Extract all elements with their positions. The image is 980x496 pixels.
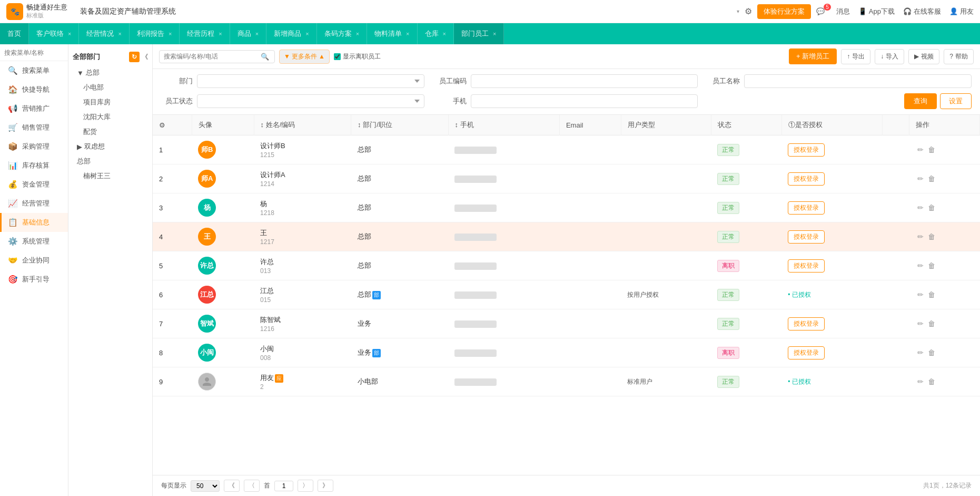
edit-btn-8[interactable]: ✏ — [915, 376, 926, 387]
col-phone[interactable]: ↕ 手机 — [448, 115, 559, 135]
tab-barcode[interactable]: 条码方案 × — [317, 23, 367, 44]
sidebar-search-input[interactable] — [4, 49, 68, 56]
sidebar-item-marketing[interactable]: 📢 营销推广 — [0, 99, 68, 118]
message-btn[interactable]: 💬 5 消息 — [816, 7, 850, 16]
tab-add-goods-close[interactable]: × — [305, 31, 309, 37]
auth-btn-2[interactable]: 授权登录 — [788, 201, 825, 215]
tab-dept-emp-close[interactable]: × — [493, 31, 496, 37]
set-btn[interactable]: 设置 — [940, 93, 972, 109]
edit-btn-6[interactable]: ✏ — [915, 318, 926, 329]
tab-customer-close[interactable]: × — [68, 31, 71, 37]
dept-item-nan[interactable]: 楠树王三 — [68, 169, 152, 183]
filter-phone-input[interactable] — [471, 94, 698, 108]
query-btn[interactable]: 查询 — [904, 93, 937, 109]
auth-btn-1[interactable]: 授权登录 — [788, 172, 825, 186]
online-service-btn[interactable]: 🎧 在线客服 — [903, 7, 941, 16]
delete-btn-6[interactable]: 🗑 — [926, 318, 937, 329]
prev-page-btn[interactable]: 〈 — [244, 480, 260, 492]
import-btn[interactable]: ↓ 导入 — [875, 49, 904, 64]
more-cond-btn[interactable]: ▼ 更多条件 ▲ — [279, 50, 330, 64]
dept-item-hq2[interactable]: 总部 — [68, 154, 152, 169]
tab-operation-close[interactable]: × — [118, 31, 121, 37]
tab-profit[interactable]: 利润报告 × — [130, 23, 180, 44]
edit-btn-1[interactable]: ✏ — [915, 173, 926, 184]
sidebar-item-inventory[interactable]: 📊 库存核算 — [0, 156, 68, 175]
tab-add-goods[interactable]: 新增商品 × — [266, 23, 316, 44]
view-btn[interactable]: ▶ 视频 — [908, 49, 939, 64]
edit-btn-2[interactable]: ✏ — [915, 202, 926, 213]
dept-item-project[interactable]: 项目库房 — [68, 95, 152, 110]
tab-home[interactable]: 首页 — [0, 23, 29, 44]
sidebar-item-system[interactable]: ⚙️ 系统管理 — [0, 232, 68, 251]
delete-btn-2[interactable]: 🗑 — [926, 202, 937, 213]
help-btn[interactable]: ? 帮助 — [944, 49, 974, 64]
edit-btn-3[interactable]: ✏ — [915, 231, 926, 242]
sidebar-item-sales[interactable]: 🛒 销售管理 — [0, 118, 68, 137]
dept-item-double[interactable]: ▶ 双虑想 — [68, 139, 152, 154]
col-dept-pos[interactable]: ↕ 部门/职位 — [351, 115, 448, 135]
filter-status-select[interactable] — [197, 94, 424, 108]
tab-goods-close[interactable]: × — [255, 31, 259, 37]
gear-button[interactable]: ⚙ — [745, 6, 752, 16]
search-input[interactable] — [164, 53, 259, 60]
dept-item-small-elec[interactable]: 小电部 — [68, 80, 152, 95]
experience-btn[interactable]: 体验行业方案 — [757, 4, 811, 19]
delete-btn-5[interactable]: 🗑 — [926, 289, 937, 300]
dept-refresh-btn[interactable]: ↻ — [129, 52, 140, 62]
edit-btn-4[interactable]: ✏ — [915, 260, 926, 271]
tab-goods[interactable]: 商品 × — [230, 23, 266, 44]
edit-btn-0[interactable]: ✏ — [915, 144, 926, 155]
delete-btn-3[interactable]: 🗑 — [926, 231, 937, 242]
tab-profit-close[interactable]: × — [169, 31, 172, 37]
tab-barcode-close[interactable]: × — [356, 31, 359, 37]
edit-btn-7[interactable]: ✏ — [915, 347, 926, 358]
tab-bom[interactable]: 物料清单 × — [367, 23, 417, 44]
dept-item-headquarter[interactable]: ▼ 总部 — [68, 65, 152, 80]
tab-warehouse-close[interactable]: × — [443, 31, 446, 37]
dept-collapse-btn[interactable]: 《 — [142, 53, 148, 62]
sidebar-item-finance[interactable]: 💰 资金管理 — [0, 175, 68, 194]
next-page-btn[interactable]: 〉 — [298, 480, 313, 492]
delete-btn-8[interactable]: 🗑 — [926, 376, 937, 387]
auth-btn-3[interactable]: 授权登录 — [788, 230, 825, 244]
show-resigned-checkbox[interactable] — [334, 53, 341, 60]
edit-btn-5[interactable]: ✏ — [915, 289, 926, 300]
export-btn[interactable]: ↑ 导出 — [841, 49, 870, 64]
delete-btn-1[interactable]: 🗑 — [926, 173, 937, 184]
sys-title-arrow[interactable]: ▾ — [737, 8, 739, 14]
delete-btn-4[interactable]: 🗑 — [926, 260, 937, 271]
dept-item-delivery[interactable]: 配货 — [68, 124, 152, 139]
user-avatar-btn[interactable]: 👤 用友 — [949, 7, 974, 16]
filter-dept-select[interactable] — [197, 74, 424, 88]
auth-btn-4[interactable]: 授权登录 — [788, 259, 825, 273]
sidebar-item-purchase[interactable]: 📦 采购管理 — [0, 137, 68, 156]
delete-btn-7[interactable]: 🗑 — [926, 347, 937, 358]
filter-emp-code-input[interactable] — [471, 74, 698, 88]
sidebar-item-basic[interactable]: 📋 基础信息 — [0, 213, 68, 232]
tab-history-close[interactable]: × — [219, 31, 222, 37]
sidebar-item-search[interactable]: 🔍 搜索菜单 — [0, 61, 68, 80]
page-num-input[interactable] — [274, 481, 293, 491]
first-page-btn[interactable]: 《 — [224, 480, 240, 492]
tab-history[interactable]: 经营历程 × — [180, 23, 230, 44]
tab-customer[interactable]: 客户联络 × — [29, 23, 79, 44]
sidebar-item-collab[interactable]: 🤝 企业协同 — [0, 251, 68, 270]
col-name-code[interactable]: ↕ 姓名/编码 — [254, 115, 351, 135]
auth-btn-0[interactable]: 授权登录 — [788, 143, 825, 157]
dept-item-shenyang[interactable]: 沈阳大库 — [68, 110, 152, 124]
app-download-btn[interactable]: 📱 App下载 — [858, 7, 895, 16]
sidebar-item-home[interactable]: 🏠 快捷导航 — [0, 80, 68, 99]
last-page-btn[interactable]: 》 — [318, 480, 333, 492]
col-settings[interactable]: ⚙ — [153, 115, 192, 135]
filter-emp-name-input[interactable] — [744, 74, 972, 88]
tab-operation[interactable]: 经营情况 × — [79, 23, 129, 44]
tab-bom-close[interactable]: × — [406, 31, 409, 37]
sidebar-item-operation[interactable]: 📈 经营管理 — [0, 194, 68, 213]
tab-dept-emp[interactable]: 部门员工 × — [454, 23, 504, 44]
tab-warehouse[interactable]: 仓库 × — [418, 23, 454, 44]
auth-btn-7[interactable]: 授权登录 — [788, 346, 825, 359]
add-employee-btn[interactable]: + 新增员工 — [789, 48, 837, 64]
sidebar-item-guide[interactable]: 🎯 新手引导 — [0, 270, 68, 289]
auth-btn-6[interactable]: 授权登录 — [788, 317, 825, 330]
delete-btn-0[interactable]: 🗑 — [926, 144, 937, 155]
